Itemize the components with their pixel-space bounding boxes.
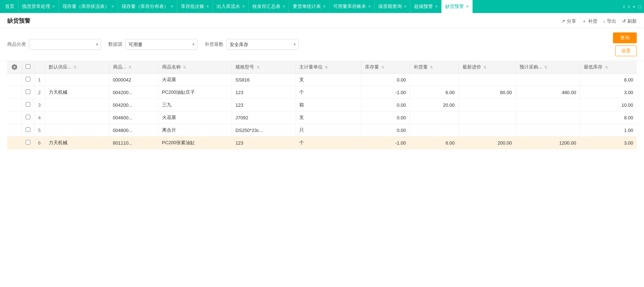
table-row: 5 004800... 离合片 DS250*23c... 只 0.00 1.00 [7, 124, 637, 137]
row-gear-1 [7, 86, 22, 99]
tab-exception-close[interactable]: × [52, 4, 55, 9]
row-spec-0: SS816 [232, 74, 295, 86]
replenish-button[interactable]: ＋ 补货 [582, 18, 597, 25]
tab-collect-close[interactable]: × [283, 4, 285, 9]
data-table: 默认供应... ⇅ 商品... ⇅ 商品名称 ⇅ 规格型号 ⇅ [7, 61, 637, 149]
datasource-select[interactable]: 可用量 [125, 39, 197, 50]
tab-next-button[interactable]: › [626, 0, 631, 13]
tab-expiry[interactable]: 保质期查询 × [375, 0, 410, 13]
column-product-name[interactable]: 商品名称 ⇅ [158, 61, 232, 74]
column-replenish-qty[interactable]: 补货量 ⇅ [410, 61, 458, 74]
tab-bar: 首页 拣货异常处理 × 现存量（库存状况表） × 现存量（库存分布表） × 库存… [0, 0, 644, 13]
row-checkbox-0[interactable] [22, 74, 34, 86]
tab-shortage[interactable]: 缺货预警 × [441, 0, 473, 13]
tab-home[interactable]: 首页 [1, 0, 18, 13]
row-price-1: 80.00 [458, 86, 515, 99]
replenish-base-select[interactable]: 安全库存 [226, 39, 299, 50]
tab-shortage-close[interactable]: × [466, 4, 469, 9]
settings-button[interactable]: 设置 [615, 45, 637, 56]
select-all-checkbox[interactable] [26, 64, 30, 69]
column-unit[interactable]: 主计量单位 ⇅ [295, 61, 361, 74]
share-icon: ↗ [561, 18, 565, 24]
category-label: 商品分类 [7, 41, 26, 48]
table-header-row: 默认供应... ⇅ 商品... ⇅ 商品名称 ⇅ 规格型号 ⇅ [7, 61, 637, 74]
tab-batch-close[interactable]: × [206, 4, 209, 9]
tab-collect[interactable]: 收发存汇总表 × [249, 0, 289, 13]
share-button[interactable]: ↗ 分享 [561, 18, 576, 25]
row-checkbox-1[interactable] [22, 86, 34, 99]
row-replenish-4 [410, 124, 458, 137]
column-min-stock[interactable]: 最低库存 ⇅ [580, 61, 637, 74]
row-spec-2: 123 [232, 99, 295, 111]
column-spec[interactable]: 规格型号 ⇅ [232, 61, 295, 74]
column-default-supplier[interactable]: 默认供应... ⇅ [45, 61, 109, 74]
row-min-4: 1.00 [580, 124, 637, 137]
category-select[interactable] [29, 39, 101, 50]
row-checkbox-3[interactable] [22, 111, 34, 124]
row-select-5[interactable] [26, 140, 30, 145]
tab-inventory-dist[interactable]: 现存量（库存分布表） × [118, 0, 177, 13]
tab-close-all-button[interactable]: × [631, 0, 637, 13]
table-container: 默认供应... ⇅ 商品... ⇅ 商品名称 ⇅ 规格型号 ⇅ [0, 61, 644, 149]
column-gear[interactable] [7, 61, 22, 74]
column-est-purchase[interactable]: 预计采购... ⇅ [515, 61, 580, 74]
tab-inout-flow[interactable]: 出入库流水 × [213, 0, 249, 13]
tab-inventory-status[interactable]: 现存量（库存状况表） × [59, 0, 118, 13]
row-num-0: 1 [34, 74, 45, 86]
tab-batch[interactable]: 库存批次账 × [177, 0, 213, 13]
tab-inventory-status-close[interactable]: × [112, 4, 114, 9]
tab-req-close[interactable]: × [323, 4, 326, 9]
sort-icon-code: ⇅ [129, 65, 131, 69]
tab-exception[interactable]: 拣货异常处理 × [18, 0, 59, 13]
row-num-3: 4 [34, 111, 45, 124]
row-est-0 [515, 74, 580, 86]
row-stock-3: 0.00 [361, 111, 410, 124]
column-checkbox[interactable] [22, 61, 34, 74]
row-gear-2 [7, 99, 22, 111]
tab-prev-button[interactable]: ‹ [622, 0, 626, 13]
row-select-2[interactable] [26, 102, 30, 107]
column-product-code[interactable]: 商品... ⇅ [109, 61, 158, 74]
row-spec-5: 123 [232, 137, 295, 149]
filter-row: 商品分类 数据源 可用量 补货基数 安全库存 [0, 28, 644, 61]
query-button[interactable]: 查询 [613, 32, 637, 43]
datasource-label: 数据源 [108, 41, 122, 48]
tab-expiry-close[interactable]: × [404, 4, 406, 9]
tab-maximize-button[interactable]: □ [637, 0, 643, 13]
replenish-icon: ＋ [582, 18, 587, 25]
refresh-button[interactable]: ↺ 刷新 [622, 18, 637, 25]
row-select-0[interactable] [26, 77, 30, 81]
page-content: 缺货预警 ↗ 分享 ＋ 补货 ↓ 导出 ↺ 刷新 商品分类 [0, 13, 644, 287]
row-checkbox-2[interactable] [22, 99, 34, 111]
row-price-4 [458, 124, 515, 137]
table-row: 2 力天机械 004200... PC200油缸庄子 123 个 -1.00 6… [7, 86, 637, 99]
row-num-5: 6 [34, 137, 45, 149]
row-supplier-5: 力天机械 [45, 137, 109, 149]
row-min-5: 3.00 [580, 137, 637, 149]
page-title: 缺货预警 [7, 17, 561, 25]
tab-req-stat[interactable]: 要货单统计表 × [289, 0, 330, 13]
replenish-base-select-wrapper: 安全库存 [226, 39, 299, 50]
tab-overstock[interactable]: 超储预警 × [410, 0, 441, 13]
export-button[interactable]: ↓ 导出 [603, 18, 617, 25]
row-stock-1: -1.00 [361, 86, 410, 99]
row-min-2: 10.00 [580, 99, 637, 111]
tab-available-close[interactable]: × [368, 4, 371, 9]
row-checkbox-4[interactable] [22, 124, 34, 137]
column-stock[interactable]: 库存量 ⇅ [361, 61, 410, 74]
tab-available[interactable]: 可用量库存账本 × [330, 0, 375, 13]
tab-inventory-dist-close[interactable]: × [171, 4, 173, 9]
row-code-0: 0000042 [109, 74, 158, 86]
tab-overstock-close[interactable]: × [435, 4, 438, 9]
row-select-3[interactable] [26, 115, 30, 119]
sort-icon-spec: ⇅ [257, 65, 260, 69]
column-latest-price[interactable]: 最新进价 ⇅ [458, 61, 515, 74]
row-select-1[interactable] [26, 89, 30, 94]
row-checkbox-5[interactable] [22, 137, 34, 149]
row-select-4[interactable] [26, 127, 30, 132]
row-name-0: 火花塞 [158, 74, 232, 86]
table-row: 4 004600... 火花塞 J7092 支 0.00 8.00 [7, 111, 637, 124]
row-replenish-0 [410, 74, 458, 86]
row-unit-2: 箱 [295, 99, 361, 111]
tab-inout-close[interactable]: × [242, 4, 245, 9]
